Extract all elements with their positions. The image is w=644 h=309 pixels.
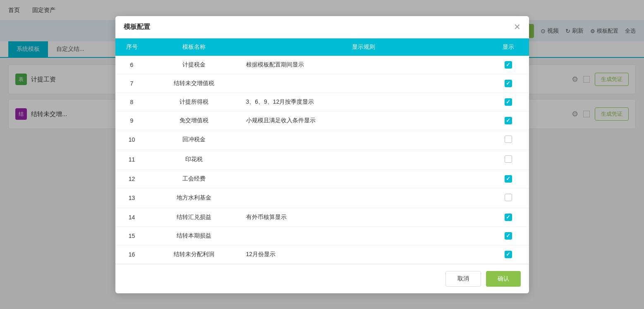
cell-name: 回冲税金 [148,130,239,150]
cell-name: 印花税 [148,150,239,169]
cell-seq: 14 [115,208,148,226]
table-row: 7结转未交增值税 [115,74,529,93]
cell-checkbox [488,169,529,188]
cell-name: 结转未交增值税 [148,74,239,93]
table-row: 12工会经费 [115,169,529,188]
checkbox-row-2[interactable] [505,98,512,106]
table-header-row: 序号 模板名称 显示规则 显示 [115,38,529,56]
col-rule: 显示规则 [239,38,488,56]
cell-seq: 9 [115,111,148,130]
cell-seq: 6 [115,56,148,74]
cell-seq: 12 [115,169,148,188]
cell-seq: 13 [115,188,148,208]
cell-checkbox [488,56,529,74]
checkbox-row-1[interactable] [505,80,512,87]
cell-checkbox [488,111,529,130]
modal-footer: 取消 确认 [115,264,529,293]
table-row: 10回冲税金 [115,130,529,150]
modal-overlay: 模板配置 ✕ 序号 模板名称 显示规则 显示 6计提税金根据模板配置期间显示7结… [0,0,644,309]
cancel-button[interactable]: 取消 [445,271,481,287]
cell-seq: 11 [115,150,148,169]
table-row: 9免交增值税小规模且满足收入条件显示 [115,111,529,130]
cell-rule: 12月份显示 [239,245,488,264]
cell-rule [239,226,488,245]
table-row: 13地方水利基金 [115,188,529,208]
checkbox-row-8[interactable] [505,214,512,221]
modal-title: 模板配置 [124,23,150,31]
cell-checkbox [488,208,529,226]
checkbox-row-9[interactable] [505,232,512,240]
col-name: 模板名称 [148,38,239,56]
checkbox-row-10[interactable] [505,251,512,258]
table-row: 16结转未分配利润12月份显示 [115,245,529,264]
table-row: 8计提所得税3、6、9、12月按季度显示 [115,93,529,111]
table-row: 14结转汇兑损益有外币核算显示 [115,208,529,226]
cell-checkbox [488,226,529,245]
cell-checkbox [488,245,529,264]
modal-close-button[interactable]: ✕ [514,23,521,31]
cell-rule: 根据模板配置期间显示 [239,56,488,74]
modal-body: 序号 模板名称 显示规则 显示 6计提税金根据模板配置期间显示7结转未交增值税8… [115,38,529,264]
cell-rule [239,188,488,208]
confirm-button[interactable]: 确认 [486,271,521,287]
cell-rule: 3、6、9、12月按季度显示 [239,93,488,111]
col-display: 显示 [488,38,529,56]
col-seq: 序号 [115,38,148,56]
cell-name: 免交增值税 [148,111,239,130]
checkbox-row-4[interactable] [505,135,512,143]
modal-header: 模板配置 ✕ [115,16,529,38]
cell-name: 工会经费 [148,169,239,188]
cell-seq: 10 [115,130,148,150]
cell-name: 结转汇兑损益 [148,208,239,226]
cell-checkbox [488,93,529,111]
cell-seq: 16 [115,245,148,264]
cell-rule [239,169,488,188]
cell-name: 地方水利基金 [148,188,239,208]
config-table: 序号 模板名称 显示规则 显示 6计提税金根据模板配置期间显示7结转未交增值税8… [115,38,529,264]
cell-name: 结转本期损益 [148,226,239,245]
modal-template-config: 模板配置 ✕ 序号 模板名称 显示规则 显示 6计提税金根据模板配置期间显示7结… [115,16,529,293]
cell-rule [239,74,488,93]
table-row: 15结转本期损益 [115,226,529,245]
cell-checkbox [488,130,529,150]
cell-seq: 15 [115,226,148,245]
checkbox-row-7[interactable] [505,194,512,201]
cell-name: 计提税金 [148,56,239,74]
cell-checkbox [488,150,529,169]
cell-rule [239,150,488,169]
checkbox-row-3[interactable] [505,117,512,124]
checkbox-row-6[interactable] [505,175,512,183]
table-row: 6计提税金根据模板配置期间显示 [115,56,529,74]
cell-name: 计提所得税 [148,93,239,111]
cell-checkbox [488,188,529,208]
cell-checkbox [488,74,529,93]
cell-rule: 有外币核算显示 [239,208,488,226]
checkbox-row-5[interactable] [505,155,512,163]
cell-seq: 8 [115,93,148,111]
table-row: 11印花税 [115,150,529,169]
cell-rule [239,130,488,150]
cell-name: 结转未分配利润 [148,245,239,264]
checkbox-row-0[interactable] [505,61,512,69]
cell-rule: 小规模且满足收入条件显示 [239,111,488,130]
cell-seq: 7 [115,74,148,93]
